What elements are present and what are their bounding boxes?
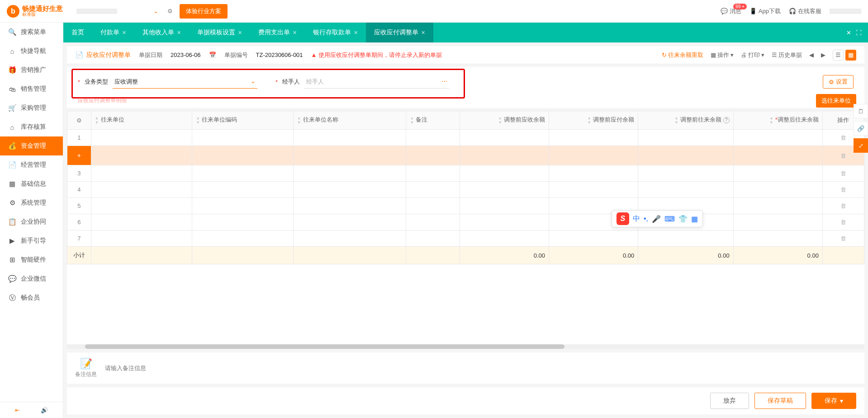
trash-icon[interactable]: 🗑 xyxy=(840,170,846,177)
trash-icon[interactable]: 🗑 xyxy=(840,219,846,225)
tab-bank[interactable]: 银行存取款单✕ xyxy=(305,23,366,42)
close-icon[interactable]: ✕ xyxy=(238,30,242,36)
sidebar-item-inventory[interactable]: ⌂库存核算 xyxy=(0,117,63,136)
fullscreen-icon[interactable]: ⛶ xyxy=(856,29,862,36)
reget-balance-button[interactable]: ↻往来余额重取 xyxy=(662,51,703,59)
discard-button[interactable]: 放弃 xyxy=(710,393,749,409)
tab-expense[interactable]: 费用支出单✕ xyxy=(250,23,305,42)
scrollbar-thumb[interactable] xyxy=(85,344,564,349)
sidebar-item-basicinfo[interactable]: ▦基础信息 xyxy=(0,174,63,193)
print-dropdown[interactable]: 🖨打印 ▾ xyxy=(741,51,764,59)
calendar-icon[interactable]: 📅 xyxy=(209,52,216,58)
tab-template[interactable]: 单据模板设置✕ xyxy=(189,23,250,42)
sidebar-item-hardware[interactable]: ⊞智能硬件 xyxy=(0,250,63,269)
ime-mic-icon[interactable]: 🎤 xyxy=(652,215,661,223)
warning-text: 使用应收应付调整单期间，请停止录入新的单据 xyxy=(318,51,442,59)
tab-other-income[interactable]: 其他收入单✕ xyxy=(134,23,189,42)
ime-lang[interactable]: 中 xyxy=(633,214,640,224)
tabs-close-all-icon[interactable]: ✕ xyxy=(846,29,851,36)
tab-payment[interactable]: 付款单✕ xyxy=(92,23,134,42)
sidebar-item-guide[interactable]: ▶新手引导 xyxy=(0,231,63,250)
tab-adjust[interactable]: 应收应付调整单✕ xyxy=(366,23,433,42)
col-remark[interactable]: ▲▼备注 xyxy=(406,111,460,130)
sidebar-item-label: 畅会员 xyxy=(21,294,40,302)
col-unit-name[interactable]: ▲▼往来单位名称 xyxy=(293,111,406,130)
handler-input[interactable]: 经手人 ⋯ xyxy=(304,75,449,89)
sidebar-item-quicknav[interactable]: ⌂快捷导航 xyxy=(0,42,63,61)
col-settings[interactable]: ⚙ xyxy=(67,111,91,130)
ime-keyboard-icon[interactable]: ⌨ xyxy=(664,215,675,223)
sidebar-item-collab[interactable]: 📋企业协同 xyxy=(0,212,63,231)
sidebar-item-sales[interactable]: 🛍销售管理 xyxy=(0,80,63,99)
horizontal-scrollbar[interactable] xyxy=(67,344,864,349)
save-draft-button[interactable]: 保存草稿 xyxy=(754,393,806,409)
biz-type-select[interactable]: 应收调整 ⌄ xyxy=(113,75,257,89)
close-icon[interactable]: ✕ xyxy=(293,30,297,36)
close-icon[interactable]: ✕ xyxy=(177,30,181,36)
toolbar-expand-icon[interactable]: ⤢ xyxy=(854,138,868,153)
app-download-button[interactable]: 📱 App下载 xyxy=(749,7,781,15)
sound-icon[interactable]: 🔊 xyxy=(41,407,48,413)
experience-button[interactable]: 体验行业方案 xyxy=(180,4,228,19)
view-card-button[interactable]: ▦ xyxy=(845,50,856,61)
sidebar-item-wechat[interactable]: 💬企业微信 xyxy=(0,269,63,288)
table-row[interactable]: 6🗑 xyxy=(67,214,864,230)
sidebar-item-label: 资金管理 xyxy=(21,142,46,150)
settings-button[interactable]: ⚙ 设置 xyxy=(823,75,854,89)
table-row[interactable]: 1🗑 xyxy=(67,130,864,146)
help-icon[interactable]: ? xyxy=(723,117,730,123)
close-icon[interactable]: ✕ xyxy=(421,30,425,36)
sort-icon: ▲▼ xyxy=(410,116,414,125)
sidebar-item-operation[interactable]: 📄经营管理 xyxy=(0,155,63,174)
trash-icon[interactable]: 🗑 xyxy=(840,186,846,193)
view-list-button[interactable]: ☰ xyxy=(833,50,844,61)
tab-home[interactable]: 首页 xyxy=(63,23,92,42)
table-row[interactable]: 7🗑 xyxy=(67,230,864,247)
table-row[interactable]: 5🗑 xyxy=(67,198,864,214)
remarks-input[interactable] xyxy=(105,365,856,371)
toolbar-note-icon[interactable]: 🗒 xyxy=(854,104,868,118)
add-row-button[interactable]: + xyxy=(67,146,91,165)
sidebar-item-system[interactable]: ⚙系统管理 xyxy=(0,193,63,212)
gear-icon[interactable]: ⚙ xyxy=(167,8,173,14)
ime-punct-icon[interactable]: •, xyxy=(644,215,648,223)
col-unit-code[interactable]: ▲▼往来单位编码 xyxy=(192,111,294,130)
trash-icon[interactable]: 🗑 xyxy=(840,152,846,159)
sidebar-item-finance[interactable]: 💰资金管理 xyxy=(0,136,63,155)
org-selector[interactable]: ⌄ xyxy=(76,8,158,14)
sidebar-item-label: 采购管理 xyxy=(21,104,46,112)
close-icon[interactable]: ✕ xyxy=(122,30,126,36)
col-unit[interactable]: ▲▼往来单位 xyxy=(91,111,192,130)
trash-icon[interactable]: 🗑 xyxy=(840,235,846,242)
messages-button[interactable]: 💬 消息 99 + xyxy=(721,7,741,15)
col-post-bal[interactable]: ▲▼*调整后往来余额 xyxy=(733,111,822,130)
history-button[interactable]: ☰历史单据 xyxy=(772,51,802,59)
col-pre-pay[interactable]: ▲▼调整前应付余额 xyxy=(549,111,638,130)
col-pre-recv[interactable]: ▲▼调整前应收余额 xyxy=(460,111,549,130)
more-icon[interactable]: ⋯ xyxy=(441,78,447,86)
select-unit-button[interactable]: 选往来单位 xyxy=(816,94,856,108)
prev-icon[interactable]: ◀ xyxy=(809,52,814,58)
online-service-button[interactable]: 🎧 在线客服 xyxy=(789,7,821,15)
date-value[interactable]: 2023-06-06 xyxy=(171,52,201,58)
close-icon[interactable]: ✕ xyxy=(354,30,358,36)
table-row[interactable]: 3🗑 xyxy=(67,165,864,182)
sidebar-item-search[interactable]: 🔍搜索菜单 xyxy=(0,23,63,42)
save-button[interactable]: 保存▾ xyxy=(811,393,856,409)
col-pre-bal[interactable]: ▲▼调整前往来余额 ? xyxy=(638,111,733,130)
trash-icon[interactable]: 🗑 xyxy=(840,202,846,209)
ime-toolbox-icon[interactable]: ▦ xyxy=(691,215,698,223)
sidebar-item-marketing[interactable]: 🎁营销推广 xyxy=(0,61,63,80)
table-row[interactable]: 4🗑 xyxy=(67,182,864,198)
operation-dropdown[interactable]: ▦操作 ▾ xyxy=(711,51,734,59)
sidebar-item-purchase[interactable]: 🛒采购管理 xyxy=(0,99,63,117)
ime-toolbar[interactable]: S 中 •, 🎤 ⌨ 👕 ▦ xyxy=(612,210,703,227)
table-row-active[interactable]: +🗑 xyxy=(67,146,864,165)
user-placeholder[interactable] xyxy=(830,9,861,14)
collapse-icon[interactable]: ⇤ xyxy=(15,407,20,413)
ime-skin-icon[interactable]: 👕 xyxy=(678,215,688,223)
sidebar-item-member[interactable]: Ⓥ畅会员 xyxy=(0,288,63,307)
next-icon[interactable]: ▶ xyxy=(821,52,825,58)
trash-icon[interactable]: 🗑 xyxy=(840,134,846,141)
toolbar-link-icon[interactable]: 🔗 xyxy=(854,121,868,136)
